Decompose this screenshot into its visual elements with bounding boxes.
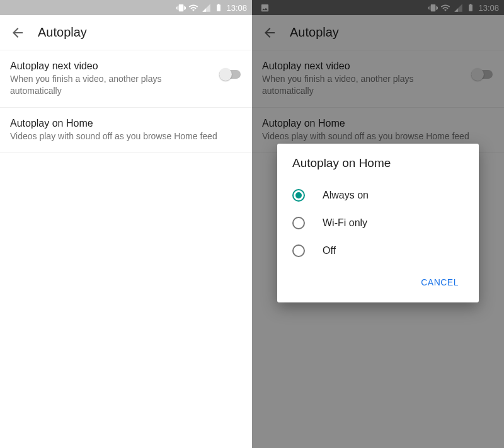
back-button[interactable] bbox=[5, 20, 30, 45]
setting-subtitle: When you finish a video, another plays a… bbox=[10, 73, 212, 97]
status-time: 13:08 bbox=[226, 3, 247, 13]
setting-title: Autoplay next video bbox=[10, 60, 212, 72]
setting-autoplay-home[interactable]: Autoplay on Home Videos play with sound … bbox=[0, 108, 252, 153]
radio-label: Wi-Fi only bbox=[323, 217, 367, 229]
signal-icon bbox=[201, 3, 211, 13]
battery-icon bbox=[214, 3, 224, 13]
cancel-button[interactable]: CANCEL bbox=[416, 272, 464, 292]
page-title: Autoplay bbox=[38, 25, 87, 40]
wifi-icon bbox=[188, 3, 198, 13]
switch-autoplay-next[interactable] bbox=[219, 68, 242, 81]
screen-settings: 13:08 Autoplay Autoplay next video When … bbox=[0, 0, 252, 448]
radio-option-wifi-only[interactable]: Wi-Fi only bbox=[292, 209, 464, 237]
setting-text: Autoplay next video When you finish a vi… bbox=[10, 60, 212, 97]
dialog-actions: CANCEL bbox=[292, 265, 464, 297]
arrow-back-icon bbox=[10, 25, 25, 40]
setting-autoplay-next[interactable]: Autoplay next video When you finish a vi… bbox=[0, 50, 252, 108]
radio-icon bbox=[292, 244, 305, 257]
setting-text: Autoplay on Home Videos play with sound … bbox=[10, 118, 242, 142]
app-bar: Autoplay bbox=[0, 15, 252, 50]
vibrate-icon bbox=[176, 3, 186, 13]
dialog-title: Autoplay on Home bbox=[292, 156, 464, 170]
radio-icon bbox=[292, 189, 305, 202]
status-bar: 13:08 bbox=[0, 0, 252, 15]
radio-label: Off bbox=[323, 245, 336, 256]
radio-option-always-on[interactable]: Always on bbox=[292, 181, 464, 209]
radio-option-off[interactable]: Off bbox=[292, 237, 464, 265]
radio-icon bbox=[292, 217, 305, 229]
radio-label: Always on bbox=[323, 190, 369, 201]
dialog-autoplay-home: Autoplay on Home Always on Wi-Fi only Of… bbox=[277, 144, 479, 302]
setting-subtitle: Videos play with sound off as you browse… bbox=[10, 130, 242, 142]
setting-title: Autoplay on Home bbox=[10, 118, 242, 129]
screen-settings-dialog: 13:08 Autoplay Autoplay next video When … bbox=[252, 0, 504, 448]
